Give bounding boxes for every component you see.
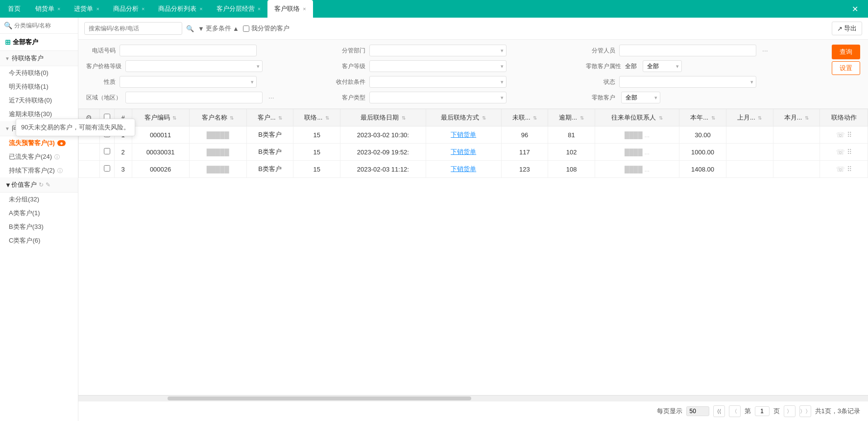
my-customers-checkbox[interactable]: [243, 25, 249, 32]
sidebar-item-7days-pending[interactable]: 近7天待联络(0): [0, 94, 78, 107]
dept-select[interactable]: [369, 45, 506, 56]
th-customer-type[interactable]: 客户... ⇅: [246, 109, 293, 126]
last-contact-method-link[interactable]: 下销货单: [451, 148, 476, 155]
more-action-icon[interactable]: ⠿: [847, 165, 852, 173]
sidebar-search-input[interactable]: [14, 22, 78, 29]
sidebar-item-declining[interactable]: 持续下滑客户(2) ⓘ: [0, 164, 78, 177]
sidebar-item-class-c[interactable]: C类客户(6): [0, 234, 78, 248]
settings-button[interactable]: 设置: [832, 61, 860, 75]
th-overdue[interactable]: 逾期... ⇅: [548, 109, 595, 126]
customer-level-select[interactable]: [369, 60, 506, 72]
payment-select[interactable]: [369, 76, 506, 88]
tab-sales-close[interactable]: ×: [57, 6, 60, 12]
row-checkbox-2[interactable]: [104, 165, 110, 172]
th-last-contact-date[interactable]: 最后联络日期 ⇅: [340, 109, 426, 126]
sidebar-section-pending[interactable]: ▼ 待联络客户: [0, 51, 78, 66]
th-current-year[interactable]: 本年... ⇅: [679, 109, 726, 126]
sidebar-item-already-churned[interactable]: 已流失客户(24) ⓘ: [0, 150, 78, 164]
th-contact[interactable]: 联络... ⇅: [293, 109, 340, 126]
tab-customer-contact[interactable]: 客户联络 ×: [267, 0, 313, 18]
th-last-contact-method[interactable]: 最后联络方式 ⇅: [426, 109, 501, 126]
search-input[interactable]: [84, 22, 182, 35]
tab-goods-analysis-close[interactable]: ×: [142, 6, 145, 12]
tab-goods-analysis[interactable]: 商品分析 ×: [106, 0, 151, 18]
tab-home[interactable]: 首页: [0, 0, 28, 18]
scrollbar-thumb[interactable]: [168, 396, 471, 400]
status-select[interactable]: [619, 76, 756, 88]
sidebar-section-value[interactable]: ▼ 价值客户 ↻ ✎: [0, 177, 78, 193]
tab-purchase-close[interactable]: ×: [96, 6, 99, 12]
tab-customer-tier[interactable]: 客户分层经营 ×: [210, 0, 267, 18]
info-icon-declining: ⓘ: [57, 168, 63, 173]
sort-icon-current-month: ⇅: [805, 115, 809, 121]
contact-action-icon[interactable]: ☏: [836, 131, 845, 139]
table-header-row: ⚙ # 客户编码 ⇅ 客户名称 ⇅: [79, 109, 868, 126]
th-customer-name[interactable]: 客户名称 ⇅: [189, 109, 246, 126]
per-page-select[interactable]: 50 100 200: [686, 406, 709, 416]
cell-row0-col7: 2023-03-02 10:30:: [340, 126, 426, 144]
sidebar-item-churn-warning[interactable]: 流失预警客户(3) ●: [0, 136, 78, 150]
contact-action-icon[interactable]: ☏: [836, 148, 845, 156]
tab-sales[interactable]: 销货单 ×: [28, 0, 67, 18]
retail-attr-select[interactable]: 全部: [643, 60, 682, 72]
query-button[interactable]: 查询: [832, 45, 860, 59]
tab-sales-label: 销货单: [35, 4, 54, 13]
sidebar-item-tomorrow-pending[interactable]: 明天待联络(1): [0, 80, 78, 94]
sidebar-item-unclassified[interactable]: 未分组(32): [0, 193, 78, 206]
page-prev-button[interactable]: 〈: [729, 405, 741, 417]
more-action-icon[interactable]: ⠿: [847, 148, 852, 156]
contact-action-icon[interactable]: ☏: [836, 165, 845, 173]
customer-type-label: 客户类型: [336, 94, 365, 102]
more-action-icon[interactable]: ⠿: [847, 131, 852, 139]
region-more-icon[interactable]: ···: [266, 94, 276, 101]
th-uncontacted[interactable]: 未联... ⇅: [501, 109, 548, 126]
manager-more-icon[interactable]: ···: [760, 47, 770, 54]
sidebar-all-customers[interactable]: ⊞ 全部客户: [0, 34, 78, 51]
tab-purchase[interactable]: 进货单 ×: [67, 0, 106, 18]
th-contact-person[interactable]: 往来单位联系人 ⇅: [595, 109, 679, 126]
page-next-button[interactable]: 〉: [784, 405, 796, 417]
sidebar-item-today-pending[interactable]: 今天待联络(0): [0, 66, 78, 80]
sidebar-item-class-a[interactable]: A类客户(1): [0, 206, 78, 220]
cell-row1-col11: ████ ...: [595, 144, 679, 161]
export-button[interactable]: ↗ 导出: [832, 22, 862, 35]
last-contact-method-link[interactable]: 下销货单: [451, 131, 476, 138]
th-current-month[interactable]: 本月... ⇅: [773, 109, 820, 126]
cell-row2-col13: [726, 161, 773, 178]
edit-icon[interactable]: ✎: [46, 181, 50, 188]
customer-type-select[interactable]: [369, 92, 506, 103]
retail-select[interactable]: 全部: [621, 92, 660, 103]
my-customers-checkbox-label[interactable]: 我分管的客户: [243, 24, 289, 33]
gender-select[interactable]: [120, 76, 257, 88]
price-level-select[interactable]: [125, 60, 263, 72]
manager-input[interactable]: [619, 45, 756, 56]
tab-customer-tier-close[interactable]: ×: [258, 6, 261, 12]
window-close-button[interactable]: ✕: [847, 4, 863, 14]
tab-goods-analysis-list[interactable]: 商品分析列表 ×: [151, 0, 209, 18]
table-row: 3000026█████B类客户152023-02-03 11:12:下销货单1…: [79, 161, 868, 178]
query-label: 查询: [840, 48, 852, 55]
filter-icon: ▼: [198, 25, 204, 32]
phone-input[interactable]: [120, 45, 257, 56]
sidebar-item-class-b[interactable]: B类客户(33): [0, 220, 78, 234]
tab-customer-contact-close[interactable]: ×: [303, 6, 306, 12]
th-customer-code[interactable]: 客户编码 ⇅: [132, 109, 189, 126]
last-contact-method-link[interactable]: 下销货单: [451, 165, 476, 173]
th-last-month[interactable]: 上月... ⇅: [726, 109, 773, 126]
more-conditions-button[interactable]: ▼ 更多条件 ▲: [198, 24, 239, 33]
tab-goods-analysis-list-close[interactable]: ×: [199, 6, 202, 12]
sort-icon-last-method: ⇅: [482, 115, 486, 121]
horizontal-scrollbar[interactable]: [78, 395, 868, 401]
cell-row0-col9: 96: [501, 126, 548, 144]
filter-item-gender: 性质: [86, 76, 328, 88]
page-number-input[interactable]: [755, 406, 770, 416]
cell-row2-col8: 下销货单: [426, 161, 501, 178]
refresh-icon[interactable]: ↻: [39, 181, 44, 188]
row-checkbox-1[interactable]: [104, 148, 110, 154]
region-input[interactable]: [125, 92, 263, 103]
chevron-up-icon: ▲: [233, 25, 239, 32]
page-last-button[interactable]: 〉〉: [799, 405, 811, 417]
search-button[interactable]: 🔍: [186, 25, 194, 32]
page-first-button[interactable]: ⟨⟨: [713, 405, 725, 417]
cell-row1-col14: [773, 144, 820, 161]
